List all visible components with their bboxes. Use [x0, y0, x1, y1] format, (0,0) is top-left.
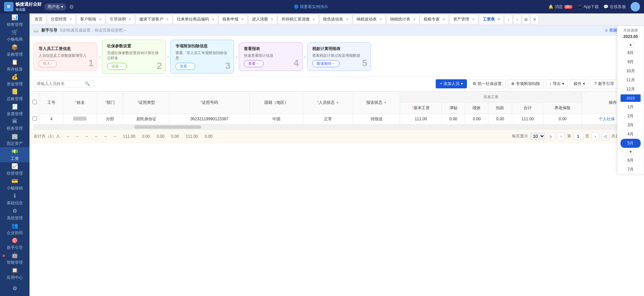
tab-clear-register[interactable]: 进入清册✕: [248, 15, 277, 24]
table-scrollbar[interactable]: [34, 125, 640, 129]
step2-btn[interactable]: 设置→: [107, 63, 127, 70]
month-6[interactable]: 6月: [621, 156, 641, 165]
prev-page-btn[interactable]: ‹: [557, 132, 565, 140]
month-picker-up[interactable]: ▲: [627, 41, 634, 48]
tab-tax-expert[interactable]: 税检专家✕: [420, 15, 449, 24]
tab-assets[interactable]: 资产管理✕: [449, 15, 478, 24]
select-all-checkbox[interactable]: [33, 100, 37, 104]
close-assets[interactable]: ✕: [472, 17, 475, 21]
month-picker-down[interactable]: ▼: [627, 149, 634, 155]
month-7[interactable]: 7月: [621, 165, 641, 174]
report-filter-icon[interactable]: ▼: [383, 101, 387, 104]
close-tax-expert[interactable]: ✕: [442, 17, 445, 21]
sidebar-item-ai[interactable]: 🤖智能管理: [0, 251, 30, 266]
sidebar-item-guide[interactable]: 🎯新手引导: [0, 237, 30, 251]
month-11[interactable]: 11月: [621, 76, 641, 85]
close-invite[interactable]: ✕: [166, 17, 169, 21]
close-layered[interactable]: ✕: [69, 17, 72, 21]
tab-invite[interactable]: 邀请下游客户✕: [136, 15, 172, 24]
sidebar-item-apps[interactable]: 🔲应用中心: [0, 266, 30, 281]
sidebar-item-tax[interactable]: 🏛税务管理: [0, 118, 30, 132]
sidebar-item-finance[interactable]: 💰资金管理: [0, 73, 30, 88]
tab-tax-report[interactable]: 税务申报✕: [219, 15, 248, 24]
tab-payroll[interactable]: 工资表✕: [479, 15, 504, 24]
message-btn[interactable]: 🔔 消息 99+: [548, 4, 573, 10]
tab-home[interactable]: 首页: [31, 15, 46, 24]
sidebar-item-ecommerce[interactable]: 🛒小畅电商: [0, 28, 30, 43]
close-income-tax[interactable]: ✕: [312, 17, 315, 21]
month-10[interactable]: 10月: [621, 67, 641, 76]
page-input[interactable]: [573, 133, 583, 140]
personal-insurance-link[interactable]: 个人社保: [599, 117, 615, 121]
close-tax-burden[interactable]: ✕: [346, 17, 348, 21]
month-5[interactable]: 5月: [621, 139, 641, 148]
video-link[interactable]: ⊙ 视频: [605, 28, 617, 33]
sidebar-item-basic-info[interactable]: ℹ基础信息: [0, 192, 30, 207]
tab-income-tax[interactable]: 所得税汇算清缴✕: [278, 15, 319, 24]
tab-close-all-btn[interactable]: ✕: [531, 15, 539, 24]
search-box[interactable]: 🔍: [34, 80, 94, 87]
export-btn[interactable]: ↓ 导出 ▾: [546, 79, 568, 88]
add-employee-btn[interactable]: + 添加人员 ▾: [436, 79, 467, 88]
app-download-btn[interactable]: 📱 App下载: [577, 4, 599, 10]
sidebar-item-purchase[interactable]: 📦采购管理: [0, 43, 30, 58]
status-filter-icon[interactable]: ▼: [336, 101, 339, 104]
sidebar-item-management[interactable]: 📈经营管理: [0, 162, 30, 177]
guide-btn[interactable]: ? 新手引导: [591, 79, 618, 88]
month-12[interactable]: 12月: [621, 85, 641, 94]
close-tax-report[interactable]: ✕: [241, 17, 244, 21]
tab-tax-stats[interactable]: 纳税统计表✕: [386, 15, 419, 24]
close-product-code[interactable]: ✕: [212, 17, 214, 21]
user-selector[interactable]: 用户名 ▾: [44, 3, 66, 10]
tab-more-btn[interactable]: ⊞: [522, 15, 530, 24]
month-4[interactable]: 4月: [621, 130, 641, 139]
month-1[interactable]: 1月: [621, 102, 641, 112]
tab-guide-intro[interactable]: 引导说明✕: [106, 15, 135, 24]
sidebar-item-expense[interactable]: 💳小畅报销: [0, 177, 30, 192]
search-input[interactable]: [37, 81, 84, 86]
month-2[interactable]: 2月: [621, 112, 641, 121]
sidebar-item-collab[interactable]: 👥企业协同: [0, 222, 30, 237]
step1-btn[interactable]: 导入↑: [39, 60, 57, 67]
operations-btn[interactable]: 操作 ▾: [570, 79, 589, 88]
sidebar-item-sales[interactable]: 📊销售管理: [0, 13, 30, 28]
scrollbar-thumb[interactable]: [134, 125, 201, 129]
first-page-btn[interactable]: |‹: [547, 132, 555, 140]
tab-product-code[interactable]: 往来单位商品编码✕: [173, 15, 218, 24]
month-3[interactable]: 3月: [621, 121, 641, 130]
close-customer[interactable]: ✕: [99, 17, 102, 21]
step3-btn[interactable]: 查看→: [175, 63, 195, 70]
sidebar-item-invoice[interactable]: 🧾发票管理: [0, 103, 30, 118]
sidebar-item-settings[interactable]: ⚙: [0, 281, 30, 296]
close-guide-intro[interactable]: ✕: [128, 17, 131, 21]
close-tax-dynamic[interactable]: ✕: [379, 17, 382, 21]
settings-icon[interactable]: ⚙: [69, 4, 74, 10]
online-service-btn[interactable]: 💬 在线客服: [603, 4, 626, 10]
demo-link[interactable]: 🔵 我要看实例演示: [294, 4, 328, 10]
step5-btn[interactable]: 敬请期待→: [312, 60, 339, 67]
unified-settings-btn[interactable]: ⚙ 统一社保设置: [469, 79, 505, 88]
special-deduction-btn[interactable]: ⊕ 专项附加扣除: [507, 79, 544, 88]
tab-tax-dynamic[interactable]: 纳税波动表✕: [353, 15, 386, 24]
avatar[interactable]: [631, 2, 640, 11]
sidebar-item-assets[interactable]: 🏢固定资产: [0, 132, 30, 147]
tab-next-btn[interactable]: ›: [513, 15, 521, 24]
close-tax-stats[interactable]: ✕: [413, 17, 416, 21]
sidebar-item-ledger[interactable]: 📒总账管理: [0, 88, 30, 102]
tab-layered[interactable]: 分层经营✕: [47, 15, 76, 24]
tab-customer[interactable]: 客户联络✕: [76, 15, 105, 24]
close-payroll[interactable]: ✕: [497, 17, 500, 21]
last-page-btn[interactable]: ›|: [601, 132, 609, 140]
tab-prev-btn[interactable]: ‹: [504, 15, 513, 24]
sidebar-item-inventory[interactable]: 📋库存核算: [0, 58, 30, 73]
tab-tax-burden[interactable]: 税负波动表✕: [319, 15, 352, 24]
row-checkbox[interactable]: [33, 116, 37, 121]
page-size-select[interactable]: 10 20 50: [530, 132, 545, 140]
next-page-btn[interactable]: ›: [591, 132, 599, 140]
month-9[interactable]: 9月: [621, 57, 641, 67]
month-8[interactable]: 8月: [621, 48, 641, 57]
sidebar-item-system[interactable]: ⚙系统管理: [0, 207, 30, 221]
step4-btn[interactable]: 查看→: [244, 60, 264, 67]
close-clear-register[interactable]: ✕: [271, 17, 273, 21]
sidebar-item-payroll[interactable]: 💵工资: [0, 147, 30, 162]
